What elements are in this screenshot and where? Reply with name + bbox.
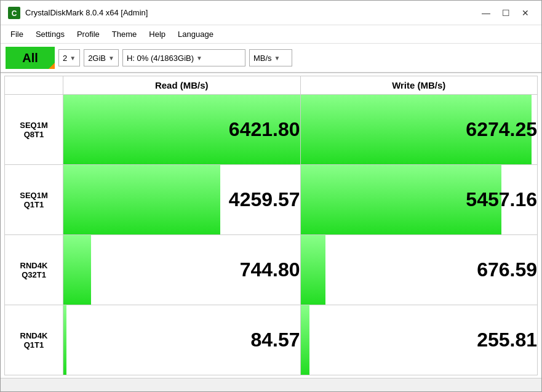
row-label-1: SEQ1MQ1T1	[5, 165, 63, 235]
table-row: RND4KQ1T184.57255.81	[5, 305, 538, 375]
drive-value: H: 0% (4/1863GiB)	[127, 54, 194, 63]
drive-dropdown[interactable]: H: 0% (4/1863GiB) ▼	[122, 49, 245, 66]
size-value: 2GiB	[88, 54, 106, 63]
main-content: Read (MB/s) Write (MB/s) SEQ1MQ8T16421.8…	[1, 73, 541, 378]
row-label-2: RND4KQ32T1	[5, 235, 63, 305]
read-text-2: 744.80	[240, 258, 300, 281]
row-label-0: SEQ1MQ8T1	[5, 95, 63, 165]
maximize-button[interactable]: ☐	[497, 6, 514, 20]
size-arrow-icon: ▼	[108, 55, 114, 62]
read-value-1: 4259.57	[63, 165, 301, 235]
unit-value: MB/s	[253, 54, 272, 63]
write-value-0: 6274.25	[300, 95, 538, 165]
drive-arrow-icon: ▼	[196, 55, 202, 62]
write-value-3: 255.81	[300, 305, 538, 375]
write-value-1: 5457.16	[300, 165, 538, 235]
write-bar-3	[301, 305, 310, 375]
title-bar-controls: — ☐ ✕	[477, 6, 534, 20]
write-text-2: 676.59	[477, 258, 537, 281]
menu-bar: File Settings Profile Theme Help Languag…	[1, 25, 541, 44]
read-bar-3	[63, 305, 66, 375]
header-write: Write (MB/s)	[300, 76, 538, 95]
read-text-0: 6421.80	[229, 118, 300, 140]
unit-dropdown[interactable]: MB/s ▼	[249, 49, 292, 66]
count-dropdown[interactable]: 2 ▼	[58, 49, 80, 66]
main-window: C CrystalDiskMark 8.0.4 x64 [Admin] — ☐ …	[0, 0, 542, 392]
toolbar: All 2 ▼ 2GiB ▼ H: 0% (4/1863GiB) ▼ MB/s …	[1, 44, 541, 73]
title-bar: C CrystalDiskMark 8.0.4 x64 [Admin] — ☐ …	[1, 1, 541, 25]
status-bar	[1, 378, 541, 391]
menu-language[interactable]: Language	[173, 28, 218, 41]
write-text-0: 6274.25	[466, 118, 537, 140]
menu-profile[interactable]: Profile	[72, 28, 105, 41]
menu-file[interactable]: File	[6, 28, 28, 41]
count-arrow-icon: ▼	[70, 55, 76, 62]
table-row: SEQ1MQ8T16421.806274.25	[5, 95, 538, 165]
table-row: SEQ1MQ1T14259.575457.16	[5, 165, 538, 235]
window-title: CrystalDiskMark 8.0.4 x64 [Admin]	[25, 8, 148, 17]
read-bar-1	[63, 165, 220, 234]
write-text-3: 255.81	[477, 329, 537, 351]
unit-arrow-icon: ▼	[274, 55, 281, 62]
write-value-2: 676.59	[300, 235, 538, 305]
close-button[interactable]: ✕	[517, 6, 534, 20]
read-text-3: 84.57	[250, 329, 300, 351]
row-label-3: RND4KQ1T1	[5, 305, 63, 375]
all-button[interactable]: All	[6, 47, 55, 69]
header-empty	[5, 76, 63, 95]
read-value-3: 84.57	[63, 305, 301, 375]
app-icon: C	[8, 7, 20, 19]
count-value: 2	[63, 54, 67, 63]
header-read: Read (MB/s)	[63, 76, 301, 95]
size-dropdown[interactable]: 2GiB ▼	[84, 49, 119, 66]
table-row: RND4KQ32T1744.80676.59	[5, 235, 538, 305]
read-bar-2	[63, 235, 91, 305]
write-text-1: 5457.16	[466, 188, 537, 210]
menu-theme[interactable]: Theme	[107, 28, 141, 41]
menu-help[interactable]: Help	[144, 28, 170, 41]
write-bar-2	[301, 235, 325, 305]
svg-text:C: C	[12, 9, 17, 18]
menu-settings[interactable]: Settings	[31, 28, 70, 41]
title-bar-left: C CrystalDiskMark 8.0.4 x64 [Admin]	[8, 7, 148, 19]
benchmark-table: Read (MB/s) Write (MB/s) SEQ1MQ8T16421.8…	[4, 76, 538, 375]
read-text-1: 4259.57	[229, 188, 300, 210]
read-value-0: 6421.80	[63, 95, 301, 165]
minimize-button[interactable]: —	[477, 6, 495, 20]
read-value-2: 744.80	[63, 235, 301, 305]
